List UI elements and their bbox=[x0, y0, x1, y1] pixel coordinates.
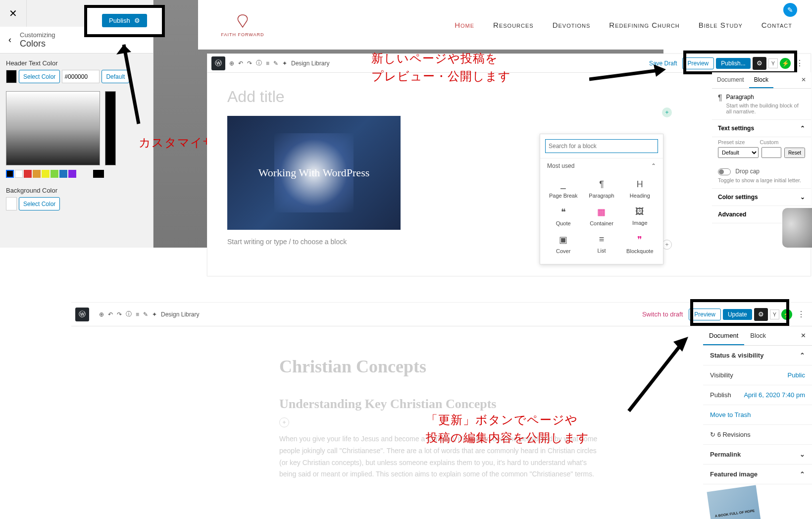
outline-icon[interactable]: ≡ bbox=[266, 60, 269, 67]
edit-fab-icon[interactable]: ✎ bbox=[783, 3, 797, 17]
yoast-icon[interactable]: Y bbox=[768, 58, 778, 68]
switch-to-draft-link[interactable]: Switch to draft bbox=[642, 311, 683, 318]
tab-document[interactable]: Document bbox=[703, 327, 744, 345]
cover-block[interactable]: Working With WordPress bbox=[227, 116, 401, 230]
block-paragraph[interactable]: ¶Paragraph bbox=[583, 176, 619, 202]
permalink-label[interactable]: Permalink bbox=[710, 451, 741, 458]
more-menu-icon[interactable]: ⋮ bbox=[794, 310, 808, 319]
color-picker-gradient[interactable] bbox=[6, 91, 100, 165]
heading-block[interactable]: Understanding Key Christian Concepts bbox=[279, 397, 604, 412]
nav-contact[interactable]: Contact bbox=[761, 21, 792, 29]
redo-icon[interactable]: ↷ bbox=[117, 311, 122, 318]
add-block-icon[interactable]: ⊕ bbox=[99, 311, 104, 318]
yoast-icon[interactable]: Y bbox=[770, 310, 779, 319]
site-logo[interactable]: FAITH FORWARD bbox=[218, 7, 267, 42]
publish-date-value[interactable]: April 6, 2020 7:40 pm bbox=[744, 391, 805, 399]
preview-button[interactable]: Preview bbox=[689, 309, 721, 320]
design-library-link[interactable]: Design Library bbox=[161, 311, 199, 318]
info-icon[interactable]: ⓘ bbox=[126, 310, 132, 318]
wordpress-icon[interactable]: ⓦ bbox=[75, 308, 89, 321]
paragraph-placeholder[interactable]: Start writing or type / to choose a bloc… bbox=[227, 238, 791, 246]
drop-cap-toggle[interactable] bbox=[718, 168, 731, 175]
revisions-label[interactable]: ↻ 6 Revisions bbox=[710, 431, 751, 438]
block-quote[interactable]: ❝Quote bbox=[545, 204, 581, 229]
settings-gear-icon[interactable]: ⚙ bbox=[753, 57, 766, 70]
nav-devotions[interactable]: Devotions bbox=[553, 21, 591, 29]
design-library-icon[interactable]: ✦ bbox=[282, 60, 287, 67]
current-color-swatch[interactable] bbox=[6, 70, 17, 83]
edit-icon[interactable]: ✎ bbox=[273, 60, 278, 67]
block-container[interactable]: ▦Container bbox=[583, 204, 619, 229]
add-block-inline-icon[interactable]: + bbox=[662, 240, 672, 250]
custom-size-input[interactable] bbox=[761, 147, 781, 158]
info-icon[interactable]: ⓘ bbox=[256, 59, 262, 67]
color-settings-label[interactable]: Color settings bbox=[718, 194, 758, 201]
block-page-break[interactable]: ⎯Page Break bbox=[545, 176, 581, 202]
publish-button[interactable]: Publish ⚙ bbox=[102, 14, 147, 27]
settings-gear-icon[interactable]: ⚙ bbox=[754, 308, 768, 321]
palette-swatch[interactable] bbox=[6, 170, 14, 178]
palette-swatch[interactable] bbox=[15, 170, 23, 178]
jetpack-icon[interactable]: ⚡ bbox=[781, 309, 792, 320]
hex-input[interactable] bbox=[62, 70, 100, 83]
design-library-link[interactable]: Design Library bbox=[291, 60, 329, 67]
undo-icon[interactable]: ↶ bbox=[108, 311, 113, 318]
block-list[interactable]: ≡List bbox=[583, 231, 619, 257]
palette-swatch[interactable] bbox=[51, 170, 58, 178]
nav-home[interactable]: Home bbox=[455, 21, 474, 29]
add-block-inline-icon[interactable]: + bbox=[279, 417, 289, 427]
redo-icon[interactable]: ↷ bbox=[247, 60, 252, 67]
wordpress-icon[interactable]: ⓦ bbox=[211, 56, 225, 70]
nav-resources[interactable]: Resources bbox=[493, 21, 534, 29]
chevron-up-icon[interactable]: ⌃ bbox=[800, 470, 805, 478]
design-library-icon[interactable]: ✦ bbox=[152, 311, 157, 318]
back-icon[interactable]: ‹ bbox=[0, 35, 20, 45]
tab-block[interactable]: Block bbox=[744, 327, 772, 345]
tab-block[interactable]: Block bbox=[749, 72, 773, 88]
palette-swatch[interactable] bbox=[59, 170, 67, 178]
visibility-value[interactable]: Public bbox=[788, 371, 805, 379]
tab-document[interactable]: Document bbox=[712, 72, 749, 88]
add-block-inline-icon[interactable]: + bbox=[662, 107, 672, 117]
outline-icon[interactable]: ≡ bbox=[136, 311, 139, 318]
move-to-trash-link[interactable]: Move to Trash bbox=[710, 411, 751, 418]
post-title[interactable]: Christian Concepts bbox=[279, 356, 604, 377]
block-search-input[interactable] bbox=[545, 139, 658, 153]
undo-icon[interactable]: ↶ bbox=[238, 60, 243, 67]
palette-swatch[interactable] bbox=[93, 170, 104, 178]
featured-image-label[interactable]: Featured image bbox=[710, 470, 758, 478]
advanced-label[interactable]: Advanced bbox=[718, 211, 746, 218]
title-input[interactable]: Add title bbox=[227, 88, 791, 106]
featured-image-thumbnail[interactable]: A BOOK FULL OF HOPE bbox=[707, 485, 763, 519]
palette-swatch[interactable] bbox=[24, 170, 32, 178]
block-heading[interactable]: HHeading bbox=[622, 176, 658, 202]
close-sidebar-icon[interactable]: ✕ bbox=[796, 72, 811, 88]
select-color-button[interactable]: Select Color bbox=[19, 70, 60, 83]
jetpack-icon[interactable]: ⚡ bbox=[780, 58, 791, 69]
publish-button[interactable]: Publish... bbox=[716, 58, 750, 69]
select-bg-color-button[interactable]: Select Color bbox=[19, 197, 60, 210]
chevron-up-icon[interactable]: ⌃ bbox=[800, 125, 805, 132]
nav-redefining[interactable]: Redefining Church bbox=[609, 21, 679, 29]
chevron-up-icon[interactable]: ⌃ bbox=[651, 162, 656, 169]
palette-swatch[interactable] bbox=[33, 170, 41, 178]
status-visibility-label[interactable]: Status & visibility bbox=[710, 352, 763, 359]
chevron-down-icon[interactable]: ⌄ bbox=[800, 194, 805, 201]
bg-color-swatch[interactable] bbox=[6, 197, 17, 210]
close-sidebar-icon[interactable]: ✕ bbox=[795, 327, 812, 345]
close-icon[interactable]: ✕ bbox=[0, 0, 27, 27]
block-blockquote[interactable]: ❞Blockquote bbox=[622, 231, 658, 257]
palette-swatch[interactable] bbox=[42, 170, 50, 178]
text-settings-label[interactable]: Text settings bbox=[718, 125, 754, 132]
nav-bible-study[interactable]: Bible Study bbox=[699, 21, 743, 29]
preset-size-select[interactable]: Default bbox=[718, 147, 759, 158]
update-button[interactable]: Update bbox=[723, 309, 752, 320]
add-block-icon[interactable]: ⊕ bbox=[229, 60, 234, 67]
palette-swatch[interactable] bbox=[68, 170, 76, 178]
reset-button[interactable]: Reset bbox=[784, 148, 805, 158]
chevron-up-icon[interactable]: ⌃ bbox=[800, 352, 805, 359]
chevron-down-icon[interactable]: ⌄ bbox=[800, 451, 805, 458]
block-image[interactable]: 🖼Image bbox=[622, 204, 658, 229]
more-menu-icon[interactable]: ⋮ bbox=[793, 58, 807, 68]
preview-button[interactable]: Preview bbox=[682, 57, 714, 69]
